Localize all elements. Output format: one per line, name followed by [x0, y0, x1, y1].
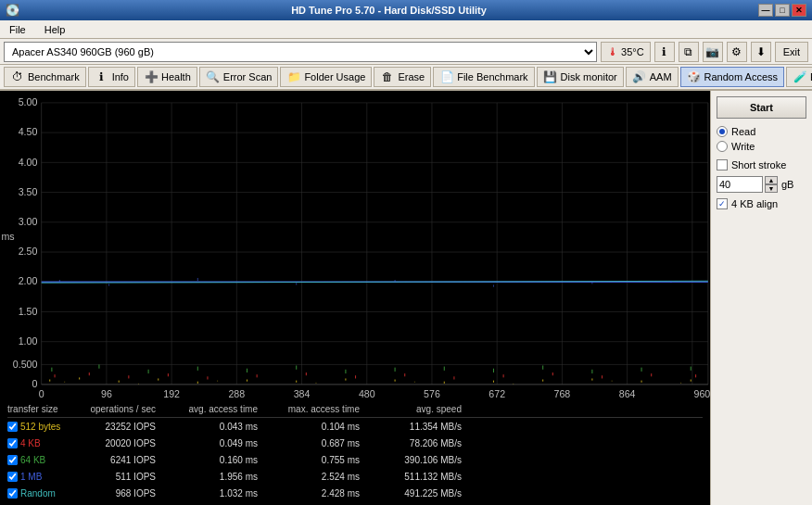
header-ops: operations / sec: [63, 404, 156, 414]
svg-rect-61: [591, 378, 592, 380]
spinner-down-button[interactable]: ▼: [765, 184, 778, 193]
row-512-max: 0.104 ms: [258, 422, 360, 432]
error-scan-tab[interactable]: 🔍 Error Scan: [199, 67, 279, 87]
row-random-max: 2.428 ms: [258, 488, 360, 499]
health-tab[interactable]: ➕ Health: [137, 67, 197, 87]
align-item[interactable]: 4 KB align: [717, 198, 806, 209]
svg-rect-62: [641, 381, 642, 383]
row-random-check[interactable]: Random: [7, 488, 63, 499]
file-benchmark-tab[interactable]: 📄 File Benchmark: [433, 67, 534, 87]
svg-rect-98: [493, 284, 494, 286]
close-button[interactable]: ✕: [792, 4, 806, 17]
svg-rect-74: [503, 374, 504, 377]
read-radio-item[interactable]: Read: [717, 126, 806, 137]
svg-text:4.50: 4.50: [19, 126, 38, 137]
short-stroke-input[interactable]: [717, 176, 763, 193]
svg-text:672: 672: [488, 388, 505, 399]
extra-tests-icon: 🧪: [793, 69, 807, 84]
svg-rect-51: [119, 381, 120, 383]
row-512-check[interactable]: 512 bytes: [7, 422, 63, 432]
menu-file[interactable]: File: [4, 22, 32, 37]
row-64kb-check[interactable]: 64 KB: [7, 455, 63, 465]
graph-container: 5.00 4.50 4.00 3.50 3.00 2.50 2.00 1.50 …: [0, 91, 710, 399]
temperature-value: 35°C: [621, 46, 644, 57]
align-checkbox[interactable]: [717, 198, 728, 209]
short-stroke-item[interactable]: Short stroke: [717, 159, 806, 170]
minimize-button[interactable]: —: [758, 4, 773, 17]
svg-rect-79: [51, 368, 52, 372]
svg-rect-80: [98, 364, 99, 368]
toolbar: ⏱ Benchmark ℹ Info ➕ Health 🔍 Error Scan…: [0, 65, 812, 91]
row-4kb-check[interactable]: 4 KB: [7, 438, 63, 448]
svg-rect-69: [257, 374, 258, 377]
benchmark-tab[interactable]: ⏱ Benchmark: [4, 67, 86, 87]
checkbox-random[interactable]: [7, 488, 18, 499]
svg-rect-67: [168, 373, 169, 376]
svg-text:768: 768: [554, 388, 571, 399]
checkbox-1mb[interactable]: [7, 472, 18, 482]
svg-rect-68: [207, 376, 208, 379]
read-label: Read: [731, 126, 755, 137]
row-1mb-speed: 511.132 MB/s: [360, 472, 462, 482]
exit-button[interactable]: Exit: [775, 42, 808, 62]
svg-rect-89: [542, 365, 543, 369]
header-max: max. access time: [258, 404, 360, 414]
row-64kb-max: 0.755 ms: [258, 455, 360, 465]
extra-tests-tab[interactable]: 🧪 Extra tests: [786, 67, 812, 87]
random-access-tab[interactable]: 🎲 Random Access: [680, 67, 784, 87]
spinner-buttons: ▲ ▼: [765, 176, 778, 193]
info-tab[interactable]: ℹ Info: [88, 67, 135, 87]
svg-rect-82: [197, 367, 198, 371]
row-512-speed: 11.354 MB/s: [360, 422, 462, 432]
disk-monitor-tab[interactable]: 💾 Disk monitor: [537, 67, 624, 87]
svg-rect-72: [404, 373, 405, 376]
svg-rect-107: [612, 381, 613, 382]
write-radio-item[interactable]: Write: [717, 141, 806, 152]
checkbox-512[interactable]: [7, 422, 18, 432]
row-1mb-check[interactable]: 1 MB: [7, 472, 63, 482]
row-64kb-avg: 0.160 ms: [156, 455, 258, 465]
download-icon-btn[interactable]: ⬇: [751, 42, 771, 62]
spinner-up-button[interactable]: ▲: [765, 176, 778, 184]
short-stroke-checkbox[interactable]: [717, 159, 728, 170]
svg-rect-66: [128, 375, 129, 378]
svg-rect-84: [296, 365, 297, 369]
folder-usage-tab[interactable]: 📁 Folder Usage: [280, 67, 372, 87]
row-64kb-label: 64 KB: [20, 455, 45, 465]
svg-rect-65: [89, 372, 90, 375]
main-content: 5.00 4.50 4.00 3.50 3.00 2.50 2.00 1.50 …: [0, 91, 812, 505]
svg-rect-59: [493, 381, 494, 383]
maximize-button[interactable]: □: [775, 4, 790, 17]
checkbox-64kb[interactable]: [7, 455, 18, 465]
menu-help[interactable]: Help: [39, 22, 71, 37]
drive-selector[interactable]: Apacer AS340 960GB (960 gB): [4, 42, 597, 62]
erase-tab[interactable]: 🗑 Erase: [374, 67, 431, 87]
svg-rect-78: [695, 374, 696, 377]
disk-monitor-icon: 💾: [543, 69, 558, 84]
checkbox-4kb[interactable]: [7, 438, 18, 448]
svg-rect-101: [64, 382, 65, 383]
table-row: 512 bytes 23252 IOPS 0.043 ms 0.104 ms 1…: [7, 418, 703, 435]
row-random-ops: 968 IOPS: [63, 488, 156, 499]
svg-text:2.00: 2.00: [19, 275, 38, 286]
read-radio[interactable]: [717, 126, 728, 137]
svg-text:0: 0: [32, 378, 38, 389]
start-button[interactable]: Start: [717, 96, 806, 119]
svg-rect-64: [55, 374, 56, 377]
settings-icon-btn[interactable]: ⚙: [727, 42, 747, 62]
snapshot-icon-btn[interactable]: 📷: [703, 42, 723, 62]
copy-icon-btn[interactable]: ⧉: [679, 42, 699, 62]
table-row: 4 KB 20020 IOPS 0.049 ms 0.687 ms 78.206…: [7, 435, 703, 451]
svg-rect-70: [306, 372, 307, 375]
short-stroke-label: Short stroke: [731, 159, 786, 170]
write-radio[interactable]: [717, 141, 728, 152]
row-64kb-ops: 6241 IOPS: [63, 455, 156, 465]
aam-tab[interactable]: 🔊 AAM: [626, 67, 679, 87]
row-4kb-ops: 20020 IOPS: [63, 438, 156, 448]
info-icon-btn[interactable]: ℹ: [654, 42, 675, 62]
title-icon: 💽: [6, 4, 19, 17]
row-512-avg: 0.043 ms: [156, 422, 258, 432]
svg-rect-105: [414, 382, 415, 383]
folder-icon: 📁: [286, 69, 301, 84]
row-512-ops: 23252 IOPS: [63, 422, 156, 432]
